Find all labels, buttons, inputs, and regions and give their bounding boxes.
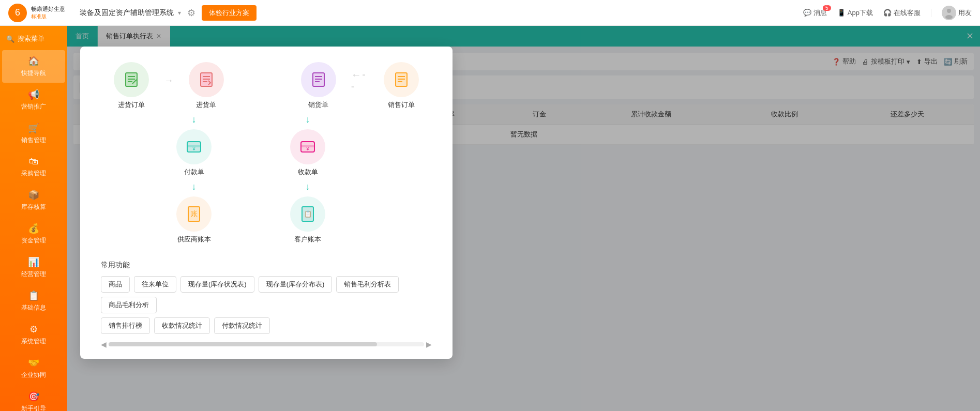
quick-guide-panel: 进货订单 → 进货单: [80, 47, 453, 359]
flow-row-3: 账 供应商账本 📋 客户账本: [163, 196, 432, 244]
flow-node-purchase-bill: 进货单: [175, 62, 236, 110]
marketing-icon: 📢: [28, 89, 39, 100]
customer-ledger-circle[interactable]: 📋: [290, 196, 325, 232]
flow-row-arrows2: ↓ ↓: [163, 181, 432, 192]
system-dropdown-icon[interactable]: ▾: [178, 9, 181, 17]
base-info-icon: 📋: [28, 290, 39, 301]
logo-icon: 6: [8, 4, 27, 22]
sidebar: 🔍 搜索菜单 🏠 快捷导航 📢 营销推广 🛒 销售管理 🛍 采购管理 📦 库存核…: [0, 26, 67, 411]
svg-point-0: [947, 9, 951, 13]
trial-button[interactable]: 体验行业方案: [202, 5, 257, 21]
sidebar-item-label: 资金管理: [21, 236, 46, 245]
online-service-button[interactable]: 🎧 在线客服: [883, 8, 921, 18]
arrow-1: →: [164, 75, 173, 97]
sidebar-item-label: 系统管理: [21, 337, 46, 346]
dashed-arrow-1: ← - -: [351, 69, 369, 103]
finance-icon: 💰: [28, 223, 39, 234]
purchase-order-circle[interactable]: [114, 62, 149, 97]
supplier-ledger-circle[interactable]: 账: [176, 196, 212, 232]
sidebar-item-collab[interactable]: 🤝 企业协同: [2, 352, 65, 385]
flow-node-customer-ledger: 📋 客户账本: [277, 196, 339, 244]
message-button[interactable]: 💬 消息 5: [803, 8, 827, 18]
svg-text:¥: ¥: [192, 146, 195, 151]
sidebar-item-label: 库存核算: [21, 203, 46, 211]
sales-bill-circle[interactable]: [301, 62, 336, 97]
sidebar-item-label: 快捷导航: [21, 69, 46, 78]
app-download-button[interactable]: 📱 App下载: [837, 8, 873, 18]
flow-row-2: ¥ 付款单 ¥ 收款单: [163, 129, 432, 177]
flow-node-sales-order: 销售订单: [371, 62, 432, 110]
sidebar-search[interactable]: 🔍 搜索菜单: [0, 30, 67, 48]
flow-row-arrows: ↓ ↓: [163, 114, 432, 125]
search-icon: 🔍: [6, 35, 14, 43]
scrollbar-right-arrow[interactable]: ▶: [426, 340, 432, 348]
func-btn-product-margin[interactable]: 商品毛利分析: [101, 297, 157, 313]
scrollbar-track[interactable]: [109, 342, 424, 346]
sidebar-item-finance[interactable]: 💰 资金管理: [2, 218, 65, 250]
sidebar-item-label: 新手引导: [21, 404, 46, 411]
func-btn-inventory-dist[interactable]: 现存量(库存分布表): [259, 276, 333, 293]
header-divider: [931, 9, 931, 17]
sidebar-item-operations[interactable]: 📊 经营管理: [2, 251, 65, 284]
sidebar-item-purchase[interactable]: 🛍 采购管理: [2, 151, 65, 183]
sidebar-item-newbie[interactable]: 🎯 新手引导: [2, 386, 65, 411]
sidebar-item-label: 经营管理: [21, 270, 46, 279]
header-right: 💬 消息 5 📱 App下载 🎧 在线客服 用友: [803, 6, 972, 20]
sidebar-item-label: 基础信息: [21, 303, 46, 312]
avatar: [942, 6, 956, 20]
func-btn-payment-stat[interactable]: 付款情况统计: [214, 317, 270, 334]
func-btn-product[interactable]: 商品: [101, 276, 130, 293]
sidebar-item-label: 采购管理: [21, 169, 46, 178]
flow-node-supplier-ledger: 账 供应商账本: [163, 196, 225, 244]
scrollbar-left-arrow[interactable]: ◀: [101, 340, 107, 348]
sidebar-item-inventory[interactable]: 📦 库存核算: [2, 184, 65, 217]
flow-node-purchase-order: 进货订单: [101, 62, 162, 110]
func-btn-sales-rank[interactable]: 销售排行榜: [101, 317, 150, 334]
phone-icon: 📱: [837, 9, 846, 17]
operations-icon: 📊: [28, 256, 39, 268]
user-menu-button[interactable]: 用友: [942, 6, 972, 20]
inventory-icon: 📦: [28, 189, 39, 201]
system-title: 装备及固定资产辅助管理系统: [80, 8, 174, 18]
down-arrow-receipt: ↓: [306, 182, 310, 191]
sidebar-item-label: 销售管理: [21, 136, 46, 145]
common-functions: 常用功能 商品 往来单位 现存量(库存状况表) 现存量(库存分布表) 销售毛利分…: [101, 261, 432, 334]
flow-node-payment: ¥ 付款单: [163, 129, 225, 177]
settings-icon[interactable]: ⚙: [187, 7, 195, 19]
system-icon: ⚙: [29, 324, 38, 335]
purchase-bill-circle[interactable]: [189, 62, 224, 97]
sidebar-item-quick-guide[interactable]: 🏠 快捷导航: [2, 50, 65, 83]
top-header: 6 畅康通好生意 标准版 装备及固定资产辅助管理系统 ▾ ⚙ 体验行业方案 💬 …: [0, 0, 980, 26]
svg-text:账: 账: [190, 209, 198, 218]
headset-icon: 🎧: [883, 9, 892, 17]
flow-node-receipt: ¥ 收款单: [277, 129, 339, 177]
down-arrow-sales: ↓: [306, 115, 310, 124]
func-btn-receipt-stat[interactable]: 收款情况统计: [154, 317, 210, 334]
sidebar-item-label: 企业协同: [21, 371, 46, 379]
sales-order-circle[interactable]: [384, 62, 419, 97]
receipt-circle[interactable]: ¥: [290, 129, 325, 164]
scrollbar-thumb: [109, 342, 377, 346]
func-btn-counterpart[interactable]: 往来单位: [134, 276, 176, 293]
flow-row-1: 进货订单 → 进货单: [101, 62, 432, 110]
sidebar-item-system[interactable]: ⚙ 系统管理: [2, 318, 65, 351]
down-arrow-payment: ↓: [192, 182, 197, 191]
sales-icon: 🛒: [28, 123, 39, 134]
down-arrow-purchase: ↓: [192, 115, 197, 124]
brand-text: 畅康通好生意 标准版: [31, 5, 65, 20]
payment-circle[interactable]: ¥: [176, 129, 212, 164]
flow-diagram: 进货订单 → 进货单: [101, 62, 432, 248]
quick-guide-icon: 🏠: [28, 55, 39, 67]
newbie-icon: 🎯: [28, 391, 39, 402]
collab-icon: 🤝: [28, 357, 39, 369]
purchase-icon: 🛍: [29, 156, 38, 167]
svg-point-1: [945, 15, 953, 19]
panel-scrollbar: ◀ ▶: [101, 340, 432, 348]
sidebar-item-sales[interactable]: 🛒 销售管理: [2, 117, 65, 150]
logo-area: 6 畅康通好生意 标准版: [8, 4, 76, 22]
func-btn-inventory-status[interactable]: 现存量(库存状况表): [180, 276, 254, 293]
func-btn-sales-margin[interactable]: 销售毛利分析表: [336, 276, 399, 293]
sidebar-item-base-info[interactable]: 📋 基础信息: [2, 285, 65, 317]
sidebar-item-marketing[interactable]: 📢 营销推广: [2, 84, 65, 116]
sidebar-item-label: 营销推广: [21, 102, 46, 111]
